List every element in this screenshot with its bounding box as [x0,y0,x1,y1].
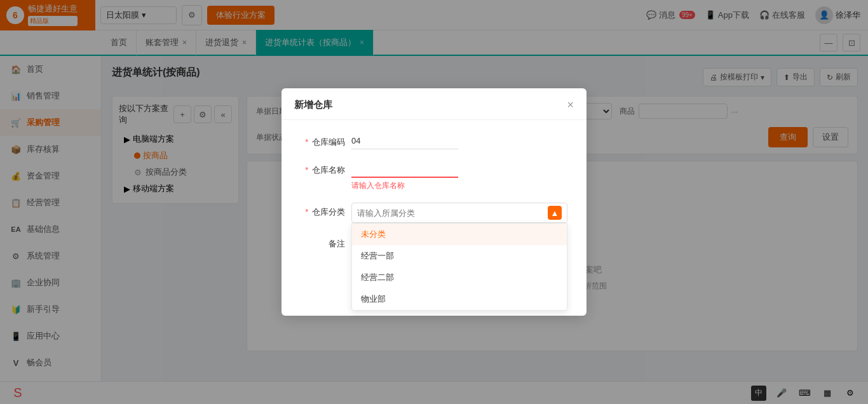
warehouse-code-input[interactable] [351,133,458,149]
warehouse-name-error: 请输入仓库名称 [351,180,567,191]
category-dropdown-toggle[interactable]: ▲ [548,206,562,220]
category-wrapper: ▲ 未分类 经营一部 经营二部 物业部 [351,203,567,223]
warehouse-notes-label: 备注 [301,234,351,250]
new-warehouse-modal: 新增仓库 × * 仓库编码 * 仓库名称 [281,88,587,316]
dropdown-item-2[interactable]: 经营二部 [352,267,567,288]
modal-overlay[interactable]: 新增仓库 × * 仓库编码 * 仓库名称 [0,0,868,404]
warehouse-code-label: * 仓库编码 [301,133,351,148]
warehouse-name-wrapper: 请输入仓库名称 [351,161,567,191]
dropdown-item-1[interactable]: 经营一部 [352,245,567,267]
warehouse-category-row: * 仓库分类 ▲ 未分类 经营一部 经营二部 物业部 [301,203,567,223]
warehouse-code-wrapper [351,133,567,149]
category-dropdown-list: 未分类 经营一部 经营二部 物业部 [351,223,567,311]
dropdown-item-0[interactable]: 未分类 [352,224,567,245]
category-input-row: ▲ [351,203,567,223]
warehouse-category-label: * 仓库分类 [301,203,351,218]
warehouse-name-row: * 仓库名称 请输入仓库名称 [301,161,567,191]
modal-close-button[interactable]: × [567,98,574,112]
modal-body: * 仓库编码 * 仓库名称 请输入仓库名称 [281,120,587,275]
warehouse-name-input[interactable] [351,161,458,178]
warehouse-code-row: * 仓库编码 [301,133,567,149]
modal-header: 新增仓库 × [281,88,587,120]
warehouse-name-label: * 仓库名称 [301,161,351,176]
dropdown-item-3[interactable]: 物业部 [352,288,567,310]
modal-title: 新增仓库 [294,99,332,111]
category-input[interactable] [357,208,548,218]
